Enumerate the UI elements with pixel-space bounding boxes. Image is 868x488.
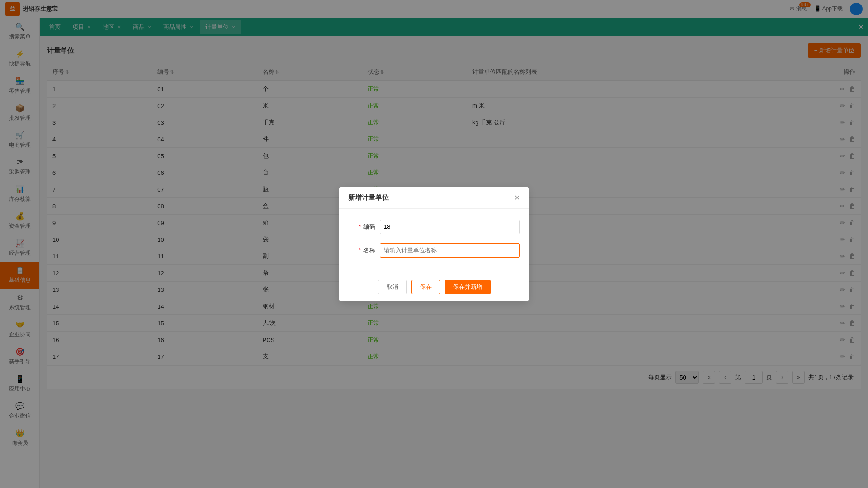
code-label: * 编码 xyxy=(348,223,375,231)
code-required-mark: * xyxy=(359,223,361,230)
modal-title: 新增计量单位 xyxy=(348,193,389,202)
add-unit-modal: 新增计量单位 ✕ * 编码 * 名称 取消 保存 保存并新增 xyxy=(339,187,529,301)
modal-close-button[interactable]: ✕ xyxy=(514,193,520,202)
form-name-item: * 名称 xyxy=(348,243,520,258)
modal-footer: 取消 保存 保存并新增 xyxy=(339,274,529,301)
modal-header: 新增计量单位 ✕ xyxy=(339,187,529,209)
modal-overlay: 新增计量单位 ✕ * 编码 * 名称 取消 保存 保存并新增 xyxy=(0,0,868,488)
form-code-item: * 编码 xyxy=(348,220,520,234)
save-and-new-button[interactable]: 保存并新增 xyxy=(445,280,491,294)
name-input[interactable] xyxy=(380,243,520,258)
cancel-button[interactable]: 取消 xyxy=(378,280,407,294)
name-required-mark: * xyxy=(359,247,361,253)
name-label: * 名称 xyxy=(348,246,375,254)
modal-body: * 编码 * 名称 xyxy=(339,209,529,274)
save-button[interactable]: 保存 xyxy=(411,280,440,294)
code-input[interactable] xyxy=(380,220,520,234)
